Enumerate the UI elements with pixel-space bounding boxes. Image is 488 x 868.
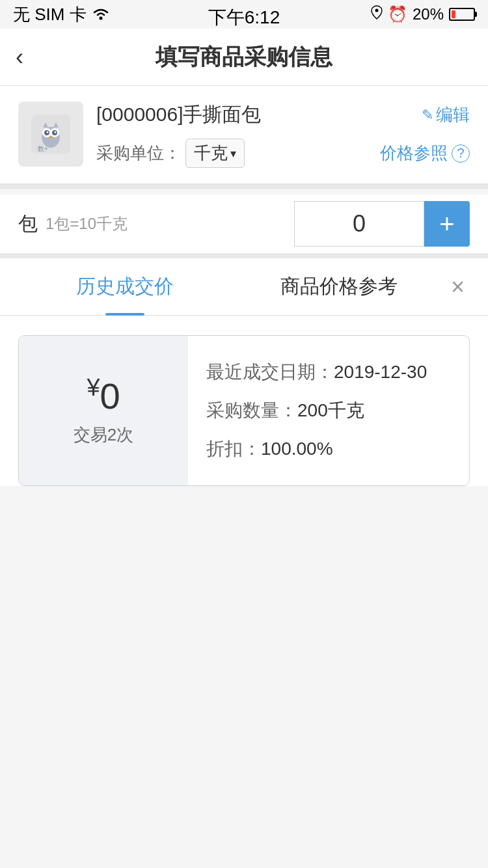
price-ref-button[interactable]: 价格参照 ? [380, 142, 470, 165]
tab-close-button[interactable]: × [446, 273, 470, 301]
alarm-icon: ⏰ [388, 5, 407, 23]
product-logo-icon: 数+ [31, 115, 70, 154]
status-left: 无 SIM 卡 [13, 3, 110, 26]
currency-symbol: ¥ [87, 374, 100, 401]
svg-point-1 [375, 9, 378, 12]
status-right: ⏰ 20% [371, 5, 475, 23]
svg-point-0 [99, 16, 102, 20]
tab-price-reference[interactable]: 商品价格参考 [232, 258, 445, 316]
trade-qty-value: 200千克 [297, 400, 364, 420]
product-info: [0000006]手撕面包 ✎ 编辑 采购单位： 千克 ▾ 价格参照 ? [96, 102, 470, 168]
trade-card: ¥0 交易2次 最近成交日期：2019-12-30 采购数量：200千克 折扣：… [18, 335, 470, 486]
nav-bar: ‹ 填写商品采购信息 [0, 29, 488, 86]
status-bar: 无 SIM 卡 下午6:12 ⏰ 20% [0, 0, 488, 29]
trade-qty-row: 采购数量：200千克 [206, 398, 451, 423]
wifi-icon [92, 5, 110, 25]
battery-icon [449, 8, 475, 21]
section-divider [0, 184, 488, 189]
quantity-section: 包 1包=10千克 + [0, 195, 488, 253]
svg-point-9 [55, 131, 57, 133]
help-icon: ? [452, 144, 470, 163]
unit-label: 采购单位： 千克 ▾ [96, 139, 245, 168]
svg-text:数+: 数+ [38, 145, 48, 152]
quantity-unit-info: 包 1包=10千克 [18, 211, 128, 237]
location-icon [371, 5, 383, 23]
quantity-input[interactable] [294, 201, 424, 247]
edit-button[interactable]: ✎ 编辑 [422, 103, 470, 126]
trade-discount-label: 折扣： [206, 439, 261, 459]
trade-date-label: 最近成交日期： [206, 362, 334, 382]
trade-count: 交易2次 [74, 424, 133, 446]
trade-date-row: 最近成交日期：2019-12-30 [206, 359, 451, 385]
trade-date-value: 2019-12-30 [334, 362, 427, 382]
product-name: [0000006]手撕面包 [96, 102, 261, 128]
trade-discount-row: 折扣：100.00% [206, 436, 451, 461]
trade-discount-value: 100.00% [261, 439, 333, 459]
quantity-input-wrapper: + [294, 201, 470, 247]
tab-history-price[interactable]: 历史成交价 [18, 258, 232, 316]
back-button[interactable]: ‹ [16, 44, 23, 71]
tabs-row: 历史成交价 商品价格参考 × [0, 258, 488, 316]
unit-conversion-label: 1包=10千克 [46, 213, 128, 234]
unit-select[interactable]: 千克 ▾ [185, 139, 245, 168]
product-thumbnail: 数+ [18, 102, 83, 167]
edit-icon: ✎ [422, 107, 433, 124]
bottom-area [0, 506, 488, 868]
svg-point-8 [47, 131, 49, 133]
quantity-plus-button[interactable]: + [424, 201, 470, 247]
trade-right-panel: 最近成交日期：2019-12-30 采购数量：200千克 折扣：100.00% [188, 336, 469, 485]
unit-box-label: 包 [18, 211, 38, 237]
trade-qty-label: 采购数量： [206, 400, 297, 420]
trade-price: ¥0 [87, 374, 120, 417]
product-card: 数+ [0000006]手撕面包 ✎ 编辑 采购单位： 千克 ▾ 价格参照 [0, 86, 488, 184]
page-title: 填写商品采购信息 [156, 42, 332, 72]
battery-percent: 20% [413, 5, 444, 23]
sim-status: 无 SIM 卡 [13, 3, 87, 26]
status-time: 下午6:12 [208, 5, 280, 30]
chevron-down-icon: ▾ [230, 146, 236, 161]
tabs-section: 历史成交价 商品价格参考 × ¥0 交易2次 最近成交日期：2019-12-30… [0, 258, 488, 486]
trade-left-panel: ¥0 交易2次 [19, 336, 188, 485]
